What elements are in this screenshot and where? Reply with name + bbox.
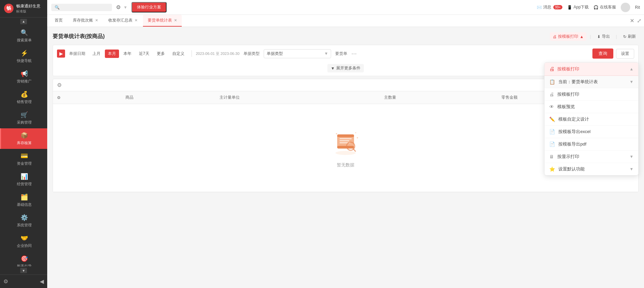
app-download-icon: 📱 <box>567 5 572 10</box>
export-icon: ⬇ <box>597 34 601 39</box>
export-btn[interactable]: ⬇ 导出 <box>594 32 613 41</box>
topbar-gear-icon[interactable]: ⚙ <box>116 4 121 10</box>
finance-icon: 💳 <box>21 152 28 160</box>
sidebar-item-label-sales: 销售管理 <box>17 99 32 104</box>
sidebar-item-basic[interactable]: 🗂️ 基础信息 <box>0 190 47 211</box>
message-group[interactable]: ✉️ 消息 99+ <box>537 4 562 10</box>
filter-settings-btn[interactable]: 设置 <box>616 49 634 59</box>
trial-btn[interactable]: 体验行业方案 <box>131 2 167 12</box>
dropdown-item-export-pdf[interactable]: 📄 按模板导出pdf <box>545 138 638 151</box>
dropdown-item-set-default[interactable]: ⭐ 设置默认功能 ▼ <box>545 163 638 175</box>
basic-icon: 🗂️ <box>21 193 28 201</box>
date-btn-this-month[interactable]: 本月 <box>105 50 119 58</box>
settings-gear-icon[interactable]: ⚙ <box>3 278 8 285</box>
user-avatar[interactable] <box>621 3 630 12</box>
date-btn-last-month[interactable]: 上月 <box>89 50 104 58</box>
app-download-group[interactable]: 📱 App下载 <box>567 4 589 10</box>
export-pdf-icon: 📄 <box>549 141 555 147</box>
col-unit: 主计量单位 <box>215 91 380 104</box>
dropdown-printer-icon: 🖨 <box>549 66 555 72</box>
dropdown-current-arrow: ▼ <box>630 79 634 84</box>
sidebar-scroll-up[interactable]: ▲ <box>20 19 27 24</box>
sidebar-item-operation[interactable]: 📊 经营管理 <box>0 169 47 190</box>
sidebar-item-label-operation: 经营管理 <box>17 182 32 187</box>
dropdown-current-template[interactable]: 📋 当前：要货单统计表 ▼ <box>545 76 638 88</box>
dropdown-item-template-print[interactable]: 🖨 按模板打印 <box>545 88 638 101</box>
main-area: 🔍 ⚙ ▼ 体验行业方案 ✉️ 消息 99+ 📱 App下载 🎧 在线客服 Ri… <box>47 0 644 288</box>
tab-order-summary-close[interactable]: ✕ <box>174 18 177 23</box>
dropdown-item-display-print[interactable]: 🖥 按显示打印 ▼ <box>545 151 638 163</box>
sidebar-expand-icon[interactable]: ◀ <box>40 278 44 285</box>
dropdown-item-template-preview[interactable]: 👁 模板预览 <box>545 101 638 113</box>
dropdown-item-template-design[interactable]: ✏️ 模板自定义设计 <box>545 113 638 126</box>
window-controls: ✕ ⤢ <box>630 18 641 24</box>
username-label[interactable]: Rit <box>635 5 640 10</box>
sidebar-item-corp[interactable]: 🤝 企业协同 <box>0 231 47 252</box>
sidebar-item-finance[interactable]: 💳 资金管理 <box>0 149 47 169</box>
expand-icon: ▼ <box>331 66 335 71</box>
sidebar-item-guide[interactable]: 🎯 新手引导 <box>0 252 47 266</box>
message-badge: 99+ <box>553 5 562 9</box>
dropdown-item-label-design: 模板自定义设计 <box>558 116 589 122</box>
date-btns: 上月 本月 本年 近7天 更多 自定义 <box>89 50 187 58</box>
col-goods: 商品 <box>121 91 215 104</box>
expand-label: 展开更多条件 <box>336 65 360 71</box>
topbar-search-bar[interactable]: 🔍 <box>51 4 112 11</box>
sidebar-item-quick-nav[interactable]: ⚡ 快捷导航 <box>0 46 47 67</box>
filter-row-1: ▶ 单据日期 上月 本月 本年 近7天 更多 自定义 2023-06-01 至 … <box>57 49 634 59</box>
sidebar-item-system[interactable]: ⚙️ 系统管理 <box>0 211 47 231</box>
page-content: 要货单统计表(按商品) 🖨 按模板打印 ▲ | ⬇ 导出 | ↻ 刷新 <box>47 27 644 288</box>
search-nav-icon: 🔍 <box>21 29 28 36</box>
page-actions: 🖨 按模板打印 ▲ | ⬇ 导出 | ↻ 刷新 <box>550 32 639 41</box>
tab-receipt-summary[interactable]: 收发存汇总表 ✕ <box>104 15 142 27</box>
sidebar-item-sales[interactable]: 💰 销售管理 <box>0 87 47 108</box>
set-default-icon: ⭐ <box>549 166 555 172</box>
tab-batch-account-label: 库存批次账 <box>73 18 93 23</box>
refresh-btn[interactable]: ↻ 刷新 <box>620 32 639 41</box>
dropdown-arrow-topbar[interactable]: ▼ <box>123 5 127 10</box>
refresh-label: 刷新 <box>628 34 636 39</box>
tab-receipt-summary-close[interactable]: ✕ <box>135 18 138 23</box>
sidebar-scroll-down[interactable]: ▼ <box>20 268 27 273</box>
query-btn[interactable]: 查询 <box>592 49 613 59</box>
print-template-dropdown: 🖨 按模板打印 ▲ 📋 当前：要货单统计表 ▼ 🖨 按模板打印 👁 <box>544 62 639 175</box>
message-icon: ✉️ <box>537 5 542 10</box>
print-template-label: 按模板打印 <box>558 34 578 39</box>
sidebar-item-search[interactable]: 🔍 搜索菜单 <box>0 26 47 46</box>
order-type-select[interactable]: 单据类型 ▼ <box>264 49 331 58</box>
date-btn-more[interactable]: 更多 <box>154 50 168 58</box>
window-maximize-btn[interactable]: ⤢ <box>637 18 641 24</box>
date-btn-7days[interactable]: 近7天 <box>136 50 152 58</box>
inventory-icon: 📦 <box>21 132 28 139</box>
tab-batch-account[interactable]: 库存批次账 ✕ <box>68 15 103 27</box>
svg-point-11 <box>357 137 358 138</box>
tab-batch-account-close[interactable]: ✕ <box>95 18 98 23</box>
expand-more-btn[interactable]: ▼ 展开更多条件 <box>327 64 364 72</box>
col-settings[interactable]: ⚙ <box>53 91 121 104</box>
more-options-icon[interactable]: ⋯ <box>351 51 357 57</box>
sidebar-item-label-basic: 基础信息 <box>17 202 32 207</box>
tab-home[interactable]: 首页 <box>50 15 67 27</box>
dropdown-item-label-display-print: 按显示打印 <box>557 154 579 160</box>
table-settings-icon[interactable]: ⚙ <box>57 82 62 88</box>
date-btn-this-year[interactable]: 本年 <box>120 50 135 58</box>
sidebar-item-inventory[interactable]: 📦 库存核算 <box>0 128 47 149</box>
window-close-btn[interactable]: ✕ <box>630 18 634 24</box>
filter-expand-toggle[interactable]: ▶ <box>57 50 65 58</box>
sidebar-item-label-marketing: 营销推广 <box>17 79 32 84</box>
online-service-label: 在线客服 <box>600 4 616 10</box>
sidebar-item-purchase[interactable]: 🛒 采购管理 <box>0 108 47 128</box>
export-excel-icon: 📄 <box>549 129 555 134</box>
svg-point-10 <box>355 132 356 133</box>
date-btn-custom[interactable]: 自定义 <box>169 50 187 58</box>
sidebar-item-marketing[interactable]: 📢 营销推广 <box>0 67 47 87</box>
date-range-display: 2023-06-01 至 2023-06-30 <box>196 51 240 56</box>
print-template-btn[interactable]: 🖨 按模板打印 ▲ <box>550 32 586 41</box>
empty-text: 暂无数据 <box>337 162 354 168</box>
dropdown-collapse-arrow[interactable]: ▲ <box>630 67 634 71</box>
actions-divider2: | <box>616 34 617 39</box>
tab-order-summary[interactable]: 要货单统计表 ✕ <box>143 15 182 27</box>
dropdown-item-label-pdf: 按模板导出pdf <box>558 141 586 147</box>
dropdown-item-export-excel[interactable]: 📄 按模板导出excel <box>545 126 638 138</box>
online-service-group[interactable]: 🎧 在线客服 <box>593 4 616 10</box>
